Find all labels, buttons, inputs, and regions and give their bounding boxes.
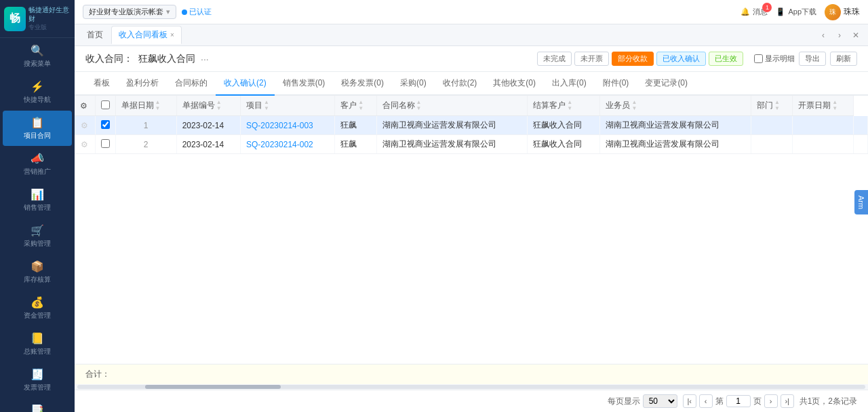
refresh-button[interactable]: 刷新 xyxy=(830,52,857,66)
sort-icon: ▲▼ xyxy=(358,100,363,111)
float-action-button[interactable]: Arm xyxy=(854,190,868,214)
table-container: ⚙单据日期▲▼单据编号▲▼项目▲▼客户▲▼合同名称▲▼结算客户▲▼业务员▲▼部门… xyxy=(75,96,868,364)
sidebar: 畅 畅捷通好生意财 专业版 🔍搜索菜单⚡快捷导航📋项目合同📣营销推广📊销售管理🛒… xyxy=(0,0,75,412)
row-salesman-1 xyxy=(751,135,793,154)
row-num-1: 2 xyxy=(115,135,176,154)
pagination-nav: |‹ ‹ 第 页 › ›| xyxy=(683,394,794,408)
sidebar-label-inventory: 库存核算 xyxy=(24,275,51,284)
verified-dot xyxy=(182,10,187,15)
sidebar-icon-inventory: 📦 xyxy=(31,260,44,273)
row-contract-0: 狂飙收入合同 xyxy=(528,116,600,135)
sub-tab-8[interactable]: 其他收支(0) xyxy=(485,72,544,96)
tab-contract-board[interactable]: 收入合同看板 × xyxy=(111,26,182,44)
per-page-select[interactable]: 50 20 100 xyxy=(643,394,677,408)
sidebar-item-search[interactable]: 🔍搜索菜单 xyxy=(3,39,72,74)
sub-tab-7[interactable]: 收付款(2) xyxy=(435,72,486,96)
col-header-10[interactable]: 开票日期▲▼ xyxy=(793,96,854,116)
sub-tab-5[interactable]: 税务发票(0) xyxy=(333,72,392,96)
sub-tab-10[interactable]: 附件(0) xyxy=(595,72,637,96)
data-table: ⚙单据日期▲▼单据编号▲▼项目▲▼客户▲▼合同名称▲▼结算客户▲▼业务员▲▼部门… xyxy=(75,96,868,154)
sidebar-item-invoice[interactable]: 🧾发票管理 xyxy=(3,362,72,398)
sidebar-item-inventory[interactable]: 📦库存核算 xyxy=(3,255,72,290)
col-header-6[interactable]: 合同名称▲▼ xyxy=(376,96,528,116)
header-actions: 显示明细 导出 刷新 xyxy=(754,52,857,66)
table-row[interactable]: ⚙12023-02-14SQ-20230214-003狂飙湖南卫视商业运营发展有… xyxy=(75,116,868,135)
sidebar-label-project: 项目合同 xyxy=(24,131,51,141)
tab-prev-button[interactable]: ‹ xyxy=(816,29,830,42)
status-btn-3[interactable]: 已收入确认 xyxy=(656,52,706,66)
sidebar-item-nav[interactable]: ⚡快捷导航 xyxy=(3,75,72,110)
sidebar-icon-purchase: 🛒 xyxy=(31,224,44,237)
app-download-button[interactable]: 📱 App下载 xyxy=(776,7,816,17)
col-header-0: ⚙ xyxy=(75,96,95,116)
message-button[interactable]: 🔔 消息 1 xyxy=(741,7,768,17)
row-checkbox-0[interactable] xyxy=(95,116,115,135)
tab-close-button[interactable]: × xyxy=(170,31,174,39)
sort-icon: ▲▼ xyxy=(631,100,637,111)
page-total-label: 共1页，2条记录 xyxy=(800,396,857,407)
sidebar-label-capital: 资金管理 xyxy=(24,311,51,320)
sidebar-item-sales[interactable]: 📊销售管理 xyxy=(3,183,72,218)
tab-close-all-button[interactable]: ✕ xyxy=(849,29,863,42)
company-selector[interactable]: 好业财专业版演示帐套 ▾ xyxy=(83,5,176,19)
sub-tab-9[interactable]: 出入库(0) xyxy=(544,72,595,96)
sidebar-item-purchase[interactable]: 🛒采购管理 xyxy=(3,219,72,254)
row-num-0: 1 xyxy=(115,116,176,135)
tab-next-button[interactable]: › xyxy=(833,29,846,42)
sidebar-item-tax[interactable]: 📑税务管理 xyxy=(3,398,72,412)
sub-tab-1[interactable]: 盈利分析 xyxy=(118,72,167,96)
row-order-1[interactable]: SQ-20230214-002 xyxy=(241,135,335,154)
row-contract-1: 狂飙收入合同 xyxy=(528,135,600,154)
sidebar-item-capital[interactable]: 💰资金管理 xyxy=(3,291,72,326)
show-detail-input[interactable] xyxy=(754,54,763,63)
sub-tab-6[interactable]: 采购(0) xyxy=(392,72,435,96)
col-header-3[interactable]: 单据编号▲▼ xyxy=(176,96,240,116)
next-page-button[interactable]: › xyxy=(764,394,778,408)
user-area[interactable]: 珠 珠珠 xyxy=(825,4,860,20)
col-header-2[interactable]: 单据日期▲▼ xyxy=(115,96,176,116)
settings-icon[interactable]: ⚙ xyxy=(80,101,87,111)
last-page-button[interactable]: ›| xyxy=(781,394,794,408)
sub-tab-0[interactable]: 看板 xyxy=(85,72,118,96)
scrollbar-track xyxy=(77,385,865,389)
logo-sub: 专业版 xyxy=(28,23,71,32)
sub-tab-3[interactable]: 收入确认(2) xyxy=(216,72,275,96)
page-more-button[interactable]: ··· xyxy=(201,54,209,64)
sub-tab-11[interactable]: 变更记录(0) xyxy=(637,72,696,96)
first-page-button[interactable]: |‹ xyxy=(683,394,696,408)
table-row[interactable]: ⚙22023-02-14SQ-20230214-002狂飙湖南卫视商业运营发展有… xyxy=(75,135,868,154)
page-input[interactable] xyxy=(726,395,751,407)
status-btn-1[interactable]: 未开票 xyxy=(574,52,609,66)
status-btn-2[interactable]: 部分收款 xyxy=(612,52,654,66)
col-header-8[interactable]: 业务员▲▼ xyxy=(600,96,751,116)
export-button[interactable]: 导出 xyxy=(799,52,826,66)
page-label: 第 xyxy=(715,396,724,407)
user-name: 珠珠 xyxy=(844,6,860,18)
sidebar-item-project[interactable]: 📋项目合同 xyxy=(3,111,72,146)
select-all-checkbox[interactable] xyxy=(101,100,110,109)
scrollbar[interactable] xyxy=(75,384,868,390)
logo-icon: 畅 xyxy=(4,7,26,31)
col-header-4[interactable]: 项目▲▼ xyxy=(241,96,335,116)
row-order-0[interactable]: SQ-20230214-003 xyxy=(241,116,335,135)
sub-tabs: 看板盈利分析合同标的收入确认(2)销售发票(0)税务发票(0)采购(0)收付款(… xyxy=(75,72,868,96)
row-project-0: 狂飙 xyxy=(335,116,376,135)
row-checkbox-1[interactable] xyxy=(95,135,115,154)
col-header-9[interactable]: 部门▲▼ xyxy=(751,96,793,116)
sub-tab-2[interactable]: 合同标的 xyxy=(167,72,216,96)
prev-page-button[interactable]: ‹ xyxy=(699,394,713,408)
col-header-5[interactable]: 客户▲▼ xyxy=(335,96,376,116)
show-detail-label: 显示明细 xyxy=(765,54,795,64)
sidebar-label-sales: 销售管理 xyxy=(24,203,51,212)
status-btn-0[interactable]: 未完成 xyxy=(537,52,572,66)
col-header-7[interactable]: 结算客户▲▼ xyxy=(528,96,600,116)
status-btn-4[interactable]: 已生效 xyxy=(709,52,743,66)
bell-icon: 🔔 xyxy=(741,7,750,16)
sidebar-item-general[interactable]: 📒总账管理 xyxy=(3,326,72,362)
scrollbar-thumb[interactable] xyxy=(145,385,281,389)
phone-icon: 📱 xyxy=(776,7,785,16)
sidebar-item-marketing[interactable]: 📣营销推广 xyxy=(3,147,72,182)
sub-tab-4[interactable]: 销售发票(0) xyxy=(275,72,334,96)
tab-home[interactable]: 首页 xyxy=(80,26,110,43)
show-detail-checkbox[interactable]: 显示明细 xyxy=(754,54,795,64)
